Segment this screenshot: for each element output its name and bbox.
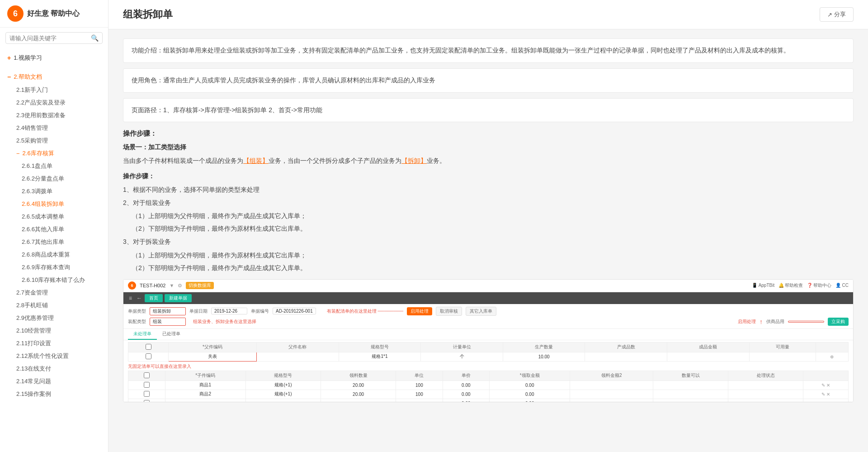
app-cancel-btn[interactable]: 取消审核 bbox=[436, 307, 462, 316]
path-text: 页面路径：1、库存核算->库存管理->组装拆卸单 2、首页->常用功能 bbox=[132, 106, 322, 114]
sidebar-item-2-3[interactable]: 2.3使用前数据准备 bbox=[13, 109, 101, 122]
col-product-qty: 产成品数 bbox=[585, 342, 667, 352]
app-settings-icon: ⚙ bbox=[178, 283, 182, 289]
app-tab-lower[interactable]: 已处理单 bbox=[157, 329, 186, 340]
lower-row2-amt2 bbox=[570, 390, 653, 399]
sidebar-item-2-6-5[interactable]: 2.6.5成本调整单 bbox=[18, 210, 101, 223]
sidebar-item-2-15[interactable]: 2.15操作案例 bbox=[13, 388, 101, 400]
sidebar-item-2-6-7[interactable]: 2.6.7其他出库单 bbox=[18, 236, 101, 248]
form-type-label: 单据类型 bbox=[128, 308, 146, 314]
sidebar-item-2-10[interactable]: 2.10经营管理 bbox=[13, 324, 101, 337]
row-edit-icon[interactable]: ✎ bbox=[821, 383, 825, 388]
app-tabs: 未处理单 已处理单 bbox=[123, 329, 853, 340]
sidebar-item-2-11[interactable]: 2.11打印设置 bbox=[13, 337, 101, 350]
sidebar-item-2-6-4[interactable]: 2.6.4组装拆卸单 bbox=[18, 198, 101, 210]
app-nav: ≡ ← 首页 新建单据 bbox=[123, 292, 853, 304]
sidebar-item-2-6-3[interactable]: 2.6.3调拨单 bbox=[18, 185, 101, 198]
lower-table-row: 商品1 规格(+1) 20.00 100 0.00 0.00 ✎ bbox=[128, 381, 849, 390]
lower-row1-amt2 bbox=[570, 381, 653, 390]
sidebar-item-2-6-1[interactable]: 2.6.1盘点单 bbox=[18, 160, 101, 172]
lower-col-unit: 单位 bbox=[396, 371, 443, 381]
lower-col-actions bbox=[803, 371, 849, 381]
annotation-enable-arrow: ↑ bbox=[760, 318, 763, 325]
sidebar-item-2-6[interactable]: − 2.6库存核算 bbox=[13, 147, 101, 160]
lower-table-area: 无固定清单可以直接在这里录入 *子件编码 规格型号 领料数量 单位 单价 bbox=[123, 362, 853, 402]
row-copy-icon[interactable]: ⊕ bbox=[830, 354, 834, 359]
lower-row1-unit: 100 bbox=[396, 381, 443, 390]
app-switch-btn[interactable]: 切换数据库 bbox=[186, 282, 214, 289]
lower-col-price: 单价 bbox=[443, 371, 489, 381]
app-process-btn[interactable]: 启用处理 bbox=[407, 307, 432, 315]
app-screenshot: 6 TEST-H002 ▼ ⚙ 切换数据库 📱 AppTBit 🔔 帮助检查 ❓… bbox=[123, 280, 853, 402]
col-parent-code: *父件编码 bbox=[169, 342, 257, 352]
sidebar-item-2-1[interactable]: 2.1新手入门 bbox=[13, 84, 101, 96]
search-icon: 🔍 bbox=[91, 34, 99, 42]
scenario-desc: 当由多个子件材料组装成一个成品的业务为【组装】业务，当由一个父件拆分成多个子产品… bbox=[123, 155, 854, 167]
lower-table: *子件编码 规格型号 领料数量 单位 单价 *领取金额 领料金额2 数量可以 处… bbox=[128, 371, 849, 402]
sidebar-item-help-docs[interactable]: − 2.帮助文档 bbox=[7, 70, 101, 84]
app-form-area: 单据类型 组装拆卸 单据日期 2019-12-26 单据编号 AD-201912… bbox=[123, 304, 853, 329]
sidebar-item-2-9[interactable]: 2.9优惠券管理 bbox=[13, 312, 101, 324]
form-supplier-input[interactable] bbox=[788, 321, 824, 323]
sidebar-item-2-7[interactable]: 2.7资金管理 bbox=[13, 286, 101, 299]
lower-select-all[interactable] bbox=[144, 372, 150, 378]
table-row: 关表 规格1*1 个 10.00 ⊕ bbox=[128, 352, 849, 361]
lower-table-row: 商品2 规格(+1) 20.00 100 0.00 0.00 ✎ bbox=[128, 390, 849, 399]
row-checkbox bbox=[128, 352, 169, 361]
col-parent-name: 父件名称 bbox=[257, 342, 339, 352]
app-tab-upper[interactable]: 未处理单 bbox=[128, 329, 157, 340]
share-button[interactable]: ↗ 分享 bbox=[820, 7, 854, 22]
sidebar-item-2-12[interactable]: 2.12系统个性化设置 bbox=[13, 350, 101, 362]
row-delete-icon2[interactable]: ✕ bbox=[826, 392, 830, 397]
annotation-no-bom: 无固定清单可以直接在这里录入 bbox=[128, 362, 849, 371]
search-input[interactable] bbox=[9, 35, 91, 42]
row-parent-code: 关表 bbox=[169, 352, 257, 361]
sidebar-item-2-6-10[interactable]: 2.6.10库存账本错了么办 bbox=[18, 274, 101, 286]
step-3: 3、对于拆装业务 bbox=[123, 236, 854, 247]
sidebar-item-2-6-6[interactable]: 2.6.6其他入库单 bbox=[18, 223, 101, 236]
sidebar-nav: + 1.视频学习 − 2.帮助文档 2.1新手入门 2.2产品安装及登录 2.3… bbox=[0, 48, 108, 452]
sidebar-item-video[interactable]: + 1.视频学习 bbox=[7, 51, 101, 65]
form-type-value[interactable]: 组装拆卸 bbox=[150, 307, 186, 315]
sidebar-item-2-6-8[interactable]: 2.6.8商品成本重算 bbox=[18, 248, 101, 261]
lower-col-spec: 规格型号 bbox=[245, 371, 321, 381]
sidebar-item-label: 2.帮助文档 bbox=[14, 73, 42, 81]
sidebar-item-2-14[interactable]: 2.14常见问题 bbox=[13, 375, 101, 388]
search-box[interactable]: 🔍 bbox=[5, 32, 103, 44]
col-available: 可用量 bbox=[749, 342, 816, 352]
lower-row1-status bbox=[728, 381, 803, 390]
select-all-checkbox[interactable] bbox=[146, 344, 151, 350]
row-select-checkbox[interactable] bbox=[146, 353, 151, 359]
sidebar-header: 6 好生意 帮助中心 bbox=[0, 0, 108, 28]
form-assembly-value[interactable]: 组装 bbox=[150, 318, 186, 326]
scenario-heading: 场景一：加工类型选择 bbox=[123, 143, 854, 152]
lower-row1-qty: 20.00 bbox=[321, 381, 396, 390]
nav-sub-sub-items-2-6: 2.6.1盘点单 2.6.2分量盘点单 2.6.3调拨单 2.6.4组装拆卸单 … bbox=[13, 160, 101, 286]
sidebar-item-2-6-9[interactable]: 2.6.9库存账本查询 bbox=[18, 261, 101, 274]
sidebar: 6 好生意 帮助中心 🔍 + 1.视频学习 − 2.帮助文档 2.1新手入门 2… bbox=[0, 0, 108, 452]
upper-table-container: *父件编码 父件名称 规格型号 计量单位 生产数量 产成品数 成品金额 可用量 bbox=[123, 340, 853, 362]
sidebar-item-2-4[interactable]: 2.4销售管理 bbox=[13, 122, 101, 134]
logo-icon: 6 bbox=[7, 5, 24, 22]
sidebar-item-label: 2.6库存核算 bbox=[23, 149, 54, 157]
app-nav-tab-home[interactable]: 首页 bbox=[145, 294, 163, 302]
lower-row2-code: 商品2 bbox=[165, 390, 245, 399]
app-other-btn[interactable]: 其它入库单 bbox=[466, 307, 496, 316]
sidebar-item-2-8[interactable]: 2.8手机旺铺 bbox=[13, 299, 101, 312]
app-nav-tab-new[interactable]: 新建单据 bbox=[165, 294, 192, 302]
step-2-sub-2: （2）下部明细为子件明细，最终作为原材料生成其它出库单。 bbox=[132, 223, 854, 234]
lower-row2-price: 0.00 bbox=[443, 390, 489, 399]
sidebar-item-2-5[interactable]: 2.5采购管理 bbox=[13, 134, 101, 147]
sidebar-item-2-13[interactable]: 2.13在线支付 bbox=[13, 362, 101, 375]
sidebar-item-2-2[interactable]: 2.2产品安装及登录 bbox=[13, 96, 101, 109]
sidebar-item-label: 1.视频学习 bbox=[14, 54, 42, 62]
row-edit-icon2[interactable]: ✎ bbox=[821, 392, 825, 397]
form-no-value[interactable]: AD-20191226-001 bbox=[273, 308, 316, 314]
intro-text: 功能介绍：组装拆卸单用来处理企业组装或拆卸等加工业务，支持有固定装配清单的产品加… bbox=[132, 47, 790, 54]
sidebar-item-2-6-2[interactable]: 2.6.2分量盘点单 bbox=[18, 172, 101, 185]
lower-col-qty: 领料数量 bbox=[321, 371, 396, 381]
annotation-assembly-type: 组装业务、拆卸业务在这里选择 bbox=[193, 319, 256, 325]
form-date-value[interactable]: 2019-12-26 bbox=[211, 308, 247, 314]
app-confirm-btn[interactable]: 立采购 bbox=[828, 318, 849, 326]
row-delete-icon[interactable]: ✕ bbox=[826, 383, 830, 388]
